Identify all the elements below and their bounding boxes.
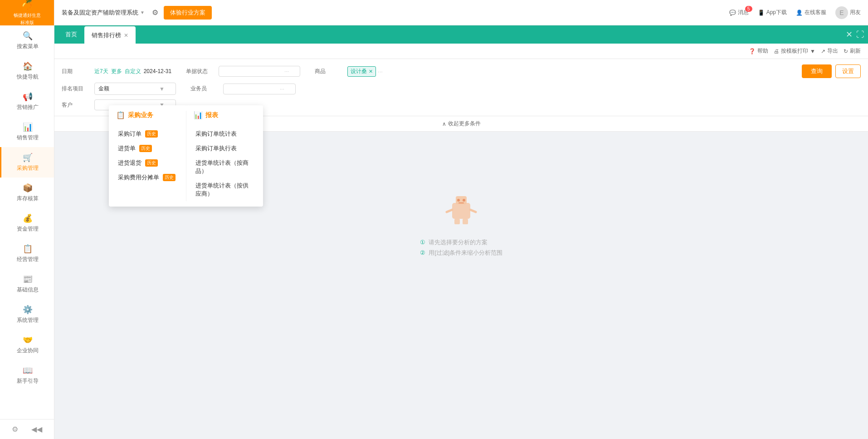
dropdown-col1-items: 采购订单历史进货单历史进货退货历史采购费用分摊单历史 xyxy=(116,127,179,185)
dropdown-item-采购订单统计表[interactable]: 采购订单统计表 xyxy=(194,127,256,141)
dropdown-item-采购订单[interactable]: 采购订单历史 xyxy=(116,127,179,141)
purchase-col-title-label: 采购业务 xyxy=(128,111,153,119)
dropdown-item-采购订单执行表[interactable]: 采购订单执行表 xyxy=(194,141,256,156)
purchase-dropdown-menu: 📋 采购业务 采购订单历史进货单历史进货退货历史采购费用分摊单历史 📊 报表 采… xyxy=(109,105,263,207)
dropdown-cols: 📋 采购业务 采购订单历史进货单历史进货退货历史采购费用分摊单历史 📊 报表 采… xyxy=(109,111,263,201)
dropdown-col2-items: 采购订单统计表采购订单执行表进货单统计表（按商品）进货单统计表（按供应商） xyxy=(194,127,256,201)
dropdown-overlay[interactable] xyxy=(54,44,868,439)
history-badge: 历史 xyxy=(145,159,158,167)
item-label: 采购订单执行表 xyxy=(195,144,237,153)
item-label: 采购订单 xyxy=(118,130,141,138)
item-label: 采购订单统计表 xyxy=(195,130,237,138)
dropdown-col-purchase-title: 📋 采购业务 xyxy=(116,111,179,122)
dropdown-item-采购费用分摊单[interactable]: 采购费用分摊单历史 xyxy=(116,170,179,185)
history-badge: 历史 xyxy=(139,145,152,152)
item-label: 进货单统计表（按供应商） xyxy=(195,182,254,198)
content-area: ❓ 帮助 🖨 按模板打印 ▼ ↗ 导出 ↻ 刷新 xyxy=(54,44,868,439)
dropdown-item-进货单统计表按供应商[interactable]: 进货单统计表（按供应商） xyxy=(194,178,256,201)
dropdown-col-purchase: 📋 采购业务 采购订单历史进货单历史进货退货历史采购费用分摊单历史 xyxy=(109,111,186,201)
item-label: 进货单统计表（按商品） xyxy=(195,159,254,175)
item-label: 进货退货 xyxy=(118,159,141,167)
item-label: 进货单 xyxy=(118,144,136,153)
dropdown-item-进货单统计表按商品[interactable]: 进货单统计表（按商品） xyxy=(194,156,256,178)
dropdown-col-report-title: 📊 报表 xyxy=(194,111,256,122)
report-col-icon: 📊 xyxy=(194,111,203,119)
item-label: 采购费用分摊单 xyxy=(118,173,159,182)
history-badge: 历史 xyxy=(145,130,158,138)
dropdown-item-进货单[interactable]: 进货单历史 xyxy=(116,141,179,156)
dropdown-col-report: 📊 报表 采购订单统计表采购订单执行表进货单统计表（按商品）进货单统计表（按供应… xyxy=(186,111,263,201)
report-col-title-label: 报表 xyxy=(205,111,218,119)
main-area: 装备及固定资产辅助管理系统 ▼ ⚙ 体验行业方案 💬 消息 5 📱 App下载 … xyxy=(54,0,868,439)
dropdown-item-进货退货[interactable]: 进货退货历史 xyxy=(116,156,179,170)
history-badge: 历史 xyxy=(163,174,176,181)
purchase-col-icon: 📋 xyxy=(116,111,125,119)
